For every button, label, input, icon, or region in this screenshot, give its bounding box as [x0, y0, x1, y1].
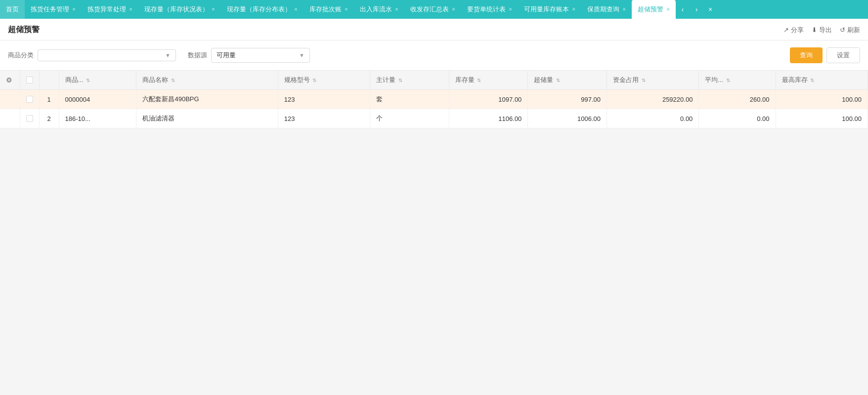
table-row: 1 0000004 六配套新昌490BPG 123 套 1097.00 997.… [0, 90, 868, 109]
sort-icon-product-name: ⇅ [171, 78, 175, 83]
nav-stock-status[interactable]: 现存量（库存状况表） × [138, 0, 221, 19]
nav-demand-stats-close[interactable]: × [509, 6, 512, 13]
td-avg-0: 260.00 [699, 90, 776, 109]
td-max-stock-1: 100.00 [776, 109, 868, 128]
select-all-checkbox[interactable] [26, 77, 33, 83]
td-max-stock-0: 100.00 [776, 90, 868, 109]
th-spec[interactable]: 规格型号 ⇅ [278, 71, 370, 90]
th-stock[interactable]: 库存量 ⇅ [449, 71, 528, 90]
data-table: ⚙ 商品... ⇅ 商品名称 ⇅ 规格型号 ⇅ 主计 [0, 71, 868, 128]
td-avg-1: 0.00 [699, 109, 776, 128]
datasource-label: 数据源 [188, 51, 207, 60]
td-capital-0: 259220.00 [607, 90, 698, 109]
nav-prev-arrow[interactable]: ‹ [676, 0, 690, 19]
table-header-row: ⚙ 商品... ⇅ 商品名称 ⇅ 规格型号 ⇅ 主计 [0, 71, 868, 90]
refresh-icon: ↺ [840, 26, 845, 34]
nav-exception-handle-close[interactable]: × [129, 6, 132, 13]
share-icon: ↗ [783, 26, 789, 34]
td-settings-0 [0, 90, 20, 109]
nav-home[interactable]: 首页 [0, 0, 25, 19]
td-spec-1: 123 [278, 109, 370, 128]
th-settings: ⚙ [0, 71, 20, 90]
datasource-dropdown-arrow: ▼ [299, 52, 304, 58]
table-row: 2 186-10... 机油滤清器 123 个 1106.00 1006.00 … [0, 109, 868, 128]
nav-stock-status-close[interactable]: × [212, 6, 215, 13]
content-area: ⚙ 商品... ⇅ 商品名称 ⇅ 规格型号 ⇅ 主计 [0, 71, 868, 128]
td-unit-0: 套 [370, 90, 449, 109]
td-overstock-1: 1006.00 [528, 109, 607, 128]
settings-button[interactable]: 设置 [826, 47, 860, 63]
datasource-select-value: 可用量 [217, 51, 236, 60]
th-product-code[interactable]: 商品... ⇅ [59, 71, 136, 90]
th-capital[interactable]: 资金占用 ⇅ [607, 71, 698, 90]
th-overstock[interactable]: 超储量 ⇅ [528, 71, 607, 90]
th-avg[interactable]: 平均... ⇅ [699, 71, 776, 90]
category-label: 商品分类 [8, 51, 34, 60]
nav-next-arrow[interactable]: › [690, 0, 703, 19]
sort-icon-avg: ⇅ [726, 78, 730, 83]
nav-inout-flow[interactable]: 出入库流水 × [354, 0, 404, 19]
export-button[interactable]: ⬇ 导出 [812, 26, 832, 35]
td-unit-1: 个 [370, 109, 449, 128]
nav-exception-handle[interactable]: 拣货异常处理 × [82, 0, 138, 19]
sort-icon-product-code: ⇅ [86, 78, 90, 83]
nav-batch-ledger[interactable]: 库存批次账 × [304, 0, 354, 19]
export-icon: ⬇ [812, 26, 817, 34]
page-header: 超储预警 ↗ 分享 ⬇ 导出 ↺ 刷新 [0, 19, 868, 40]
nav-inout-flow-close[interactable]: × [395, 6, 398, 13]
th-unit[interactable]: 主计量 ⇅ [370, 71, 449, 90]
td-product-name-0: 六配套新昌490BPG [136, 90, 278, 109]
nav-stock-dist[interactable]: 现存量（库存分布表） × [221, 0, 304, 19]
nav-demand-stats[interactable]: 要货单统计表 × [461, 0, 518, 19]
page-title: 超储预警 [8, 25, 40, 35]
td-stock-0: 1097.00 [449, 90, 528, 109]
share-button[interactable]: ↗ 分享 [783, 26, 804, 35]
nav-task-mgmt-close[interactable]: × [72, 6, 76, 13]
category-dropdown-arrow: ▼ [165, 52, 171, 58]
row-checkbox-0[interactable] [26, 96, 33, 103]
td-overstock-0: 997.00 [528, 90, 607, 109]
sort-icon-stock: ⇅ [477, 78, 481, 83]
td-spec-0: 123 [278, 90, 370, 109]
header-actions: ↗ 分享 ⬇ 导出 ↺ 刷新 [783, 26, 860, 35]
td-settings-1 [0, 109, 20, 128]
top-nav: 首页 拣货任务管理 × 拣货异常处理 × 现存量（库存状况表） × 现存量（库存… [0, 0, 868, 19]
td-num-0: 1 [39, 90, 59, 109]
datasource-filter: 数据源 可用量 ▼ [188, 48, 310, 63]
nav-overstock-warning-close[interactable]: × [666, 6, 670, 13]
category-select[interactable]: ▼ [38, 49, 176, 61]
th-checkbox [20, 71, 39, 90]
filter-actions: 查询 设置 [790, 47, 860, 63]
refresh-button[interactable]: ↺ 刷新 [840, 26, 860, 35]
th-num [39, 71, 59, 90]
td-capital-1: 0.00 [607, 109, 698, 128]
row-checkbox-1[interactable] [26, 115, 33, 122]
datasource-select[interactable]: 可用量 ▼ [211, 48, 310, 63]
nav-shelf-life-close[interactable]: × [622, 6, 626, 13]
td-product-code-0: 0000004 [59, 90, 136, 109]
td-product-name-1: 机油滤清器 [136, 109, 278, 128]
nav-overstock-warning[interactable]: 超储预警 × [632, 0, 676, 19]
sort-icon-capital: ⇅ [642, 78, 646, 83]
th-product-name[interactable]: 商品名称 ⇅ [136, 71, 278, 90]
sort-icon-overstock: ⇅ [556, 78, 560, 83]
sort-icon-max-stock: ⇅ [810, 78, 814, 83]
category-filter: 商品分类 ▼ [8, 49, 176, 61]
nav-batch-ledger-close[interactable]: × [345, 6, 348, 13]
nav-avail-ledger-close[interactable]: × [572, 6, 575, 13]
table-gear-icon[interactable]: ⚙ [6, 76, 12, 84]
filter-area: 商品分类 ▼ 数据源 可用量 ▼ 查询 设置 [0, 40, 868, 71]
th-max-stock[interactable]: 最高库存 ⇅ [776, 71, 868, 90]
nav-task-mgmt[interactable]: 拣货任务管理 × [25, 0, 82, 19]
nav-stock-dist-close[interactable]: × [294, 6, 298, 13]
nav-shelf-life[interactable]: 保质期查询 × [581, 0, 632, 19]
query-button[interactable]: 查询 [790, 47, 823, 63]
sort-icon-unit: ⇅ [398, 78, 402, 83]
nav-summary-close[interactable]: × [452, 6, 455, 13]
nav-summary[interactable]: 收发存汇总表 × [404, 0, 461, 19]
td-product-code-1: 186-10... [59, 109, 136, 128]
nav-avail-ledger[interactable]: 可用量库存账本 × [518, 0, 581, 19]
nav-close-all[interactable]: × [703, 0, 717, 19]
td-stock-1: 1106.00 [449, 109, 528, 128]
table-body: 1 0000004 六配套新昌490BPG 123 套 1097.00 997.… [0, 90, 868, 128]
